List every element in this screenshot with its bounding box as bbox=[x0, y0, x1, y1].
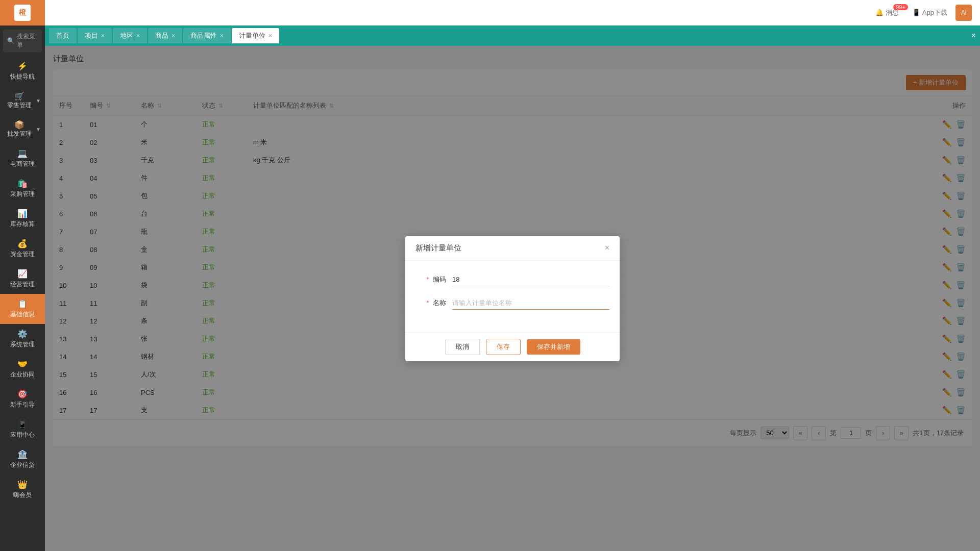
chevron-down-icon: ▼ bbox=[36, 127, 41, 132]
tab-product-label: 商品 bbox=[155, 31, 168, 40]
tab-product[interactable]: 商品 × bbox=[148, 28, 182, 43]
required-star-name: * bbox=[426, 299, 429, 307]
tab-product-attr[interactable]: 商品属性 × bbox=[183, 28, 231, 43]
membership-icon: 👑 bbox=[17, 480, 28, 489]
save-button[interactable]: 保存 bbox=[486, 339, 521, 355]
form-row-code: * 编码 bbox=[415, 273, 609, 286]
cancel-button[interactable]: 取消 bbox=[445, 339, 480, 355]
tab-project[interactable]: 项目 × bbox=[78, 28, 112, 43]
form-label-code: * 编码 bbox=[415, 275, 446, 284]
app-logo: 橙 bbox=[0, 0, 45, 26]
required-star-code: * bbox=[426, 276, 429, 283]
tab-home[interactable]: 首页 bbox=[49, 28, 77, 43]
add-unit-modal: 新增计量单位 × * 编码 * 名称 bbox=[405, 236, 620, 361]
sidebar-item-label: 嗨会员 bbox=[13, 491, 32, 499]
sidebar-item-purchase[interactable]: 🛍️ 采购管理 bbox=[0, 173, 45, 204]
basic-info-icon: 📋 bbox=[17, 299, 28, 309]
search-menu-button[interactable]: 🔍 搜索菜单 bbox=[3, 30, 42, 52]
modal-header: 新增计量单位 × bbox=[405, 236, 620, 261]
tab-region-close[interactable]: × bbox=[136, 32, 140, 39]
system-icon: ⚙️ bbox=[17, 329, 28, 339]
sidebar-item-retail[interactable]: 🛒 零售管理 ▼ bbox=[0, 86, 45, 115]
top-header: 🔔 消息 99+ 📱 App下载 Ai bbox=[45, 0, 980, 26]
sidebar-item-label: 采购管理 bbox=[10, 190, 35, 198]
sidebar-item-label: 基础信息 bbox=[10, 310, 35, 319]
tab-project-label: 项目 bbox=[85, 31, 98, 40]
sidebar-item-basic-info[interactable]: 📋 基础信息 bbox=[0, 294, 45, 324]
sidebar-item-membership[interactable]: 👑 嗨会员 bbox=[0, 474, 45, 505]
sidebar-nav: ⚡ 快捷导航 🛒 零售管理 ▼ 📦 批发管理 ▼ 💻 电商管理 🛍️ 采购管理 bbox=[0, 56, 45, 551]
tab-home-label: 首页 bbox=[56, 31, 69, 40]
message-badge[interactable]: 🔔 消息 99+ bbox=[875, 8, 904, 17]
modal-footer: 取消 保存 保存并新增 bbox=[405, 332, 620, 361]
sidebar-item-label: 企业协同 bbox=[10, 370, 35, 379]
sidebar-item-label: 新手引导 bbox=[10, 400, 35, 409]
sidebar-item-partner[interactable]: 🤝 企业协同 bbox=[0, 354, 45, 384]
sidebar-item-label: 企业信贷 bbox=[10, 461, 35, 469]
modal-title: 新增计量单位 bbox=[415, 243, 461, 253]
sidebar-search-area: 🔍 搜索菜单 bbox=[0, 26, 45, 56]
sidebar-item-wholesale[interactable]: 📦 批发管理 ▼ bbox=[0, 115, 45, 143]
newbie-icon: 🎯 bbox=[17, 389, 28, 399]
user-avatar[interactable]: Ai bbox=[955, 5, 972, 21]
finance-icon: 💰 bbox=[17, 239, 28, 248]
sidebar-item-label: 应用中心 bbox=[10, 431, 35, 439]
message-count: 99+ bbox=[893, 4, 908, 10]
form-label-name: * 名称 bbox=[415, 298, 446, 308]
main-area: 🔔 消息 99+ 📱 App下载 Ai 首页 项目 × 地区 × 商品 bbox=[45, 0, 980, 551]
purchase-icon: 🛍️ bbox=[17, 179, 28, 188]
modal-overlay: 新增计量单位 × * 编码 * 名称 bbox=[45, 46, 980, 551]
avatar-initials: Ai bbox=[961, 9, 967, 16]
quick-nav-icon: ⚡ bbox=[17, 61, 28, 71]
tab-region[interactable]: 地区 × bbox=[113, 28, 147, 43]
sidebar-item-enterprise-credit[interactable]: 🏦 企业信贷 bbox=[0, 444, 45, 474]
sidebar-item-finance[interactable]: 💰 资金管理 bbox=[0, 234, 45, 264]
logo-icon: 橙 bbox=[14, 5, 31, 21]
sidebar-item-label: 经营管理 bbox=[10, 280, 35, 289]
sidebar-item-ecommerce[interactable]: 💻 电商管理 bbox=[0, 143, 45, 173]
tab-product-attr-label: 商品属性 bbox=[190, 31, 217, 40]
tab-unit-label: 计量单位 bbox=[239, 31, 265, 40]
sidebar: 橙 🔍 搜索菜单 ⚡ 快捷导航 🛒 零售管理 ▼ 📦 批发管理 ▼ bbox=[0, 0, 45, 551]
tab-project-close[interactable]: × bbox=[101, 32, 105, 39]
sidebar-item-label: 快捷导航 bbox=[10, 72, 35, 81]
sidebar-item-system[interactable]: ⚙️ 系统管理 bbox=[0, 324, 45, 354]
sidebar-item-operation[interactable]: 📈 经营管理 bbox=[0, 264, 45, 294]
operation-icon: 📈 bbox=[17, 269, 28, 279]
modal-body: * 编码 * 名称 bbox=[405, 261, 620, 332]
code-input[interactable] bbox=[452, 273, 609, 286]
partner-icon: 🤝 bbox=[17, 359, 28, 369]
form-row-name: * 名称 bbox=[415, 296, 609, 310]
sidebar-item-label: 系统管理 bbox=[10, 340, 35, 349]
search-icon: 🔍 bbox=[7, 37, 15, 44]
sidebar-item-label: 零售管理 bbox=[7, 101, 32, 110]
sidebar-item-label: 批发管理 bbox=[7, 130, 32, 138]
modal-close-btn[interactable]: × bbox=[605, 243, 609, 253]
name-input[interactable] bbox=[452, 296, 609, 310]
tab-product-close[interactable]: × bbox=[172, 32, 175, 39]
chevron-down-icon: ▼ bbox=[36, 98, 41, 104]
app-center-icon: 📱 bbox=[17, 419, 28, 429]
app-download-btn[interactable]: 📱 App下载 bbox=[912, 8, 947, 17]
retail-icon: 🛒 bbox=[14, 91, 24, 101]
ecommerce-icon: 💻 bbox=[17, 148, 28, 158]
phone-icon: 📱 bbox=[912, 9, 920, 16]
tab-region-label: 地区 bbox=[120, 31, 133, 40]
save-new-button[interactable]: 保存并新增 bbox=[527, 339, 580, 355]
sidebar-item-app-center[interactable]: 📱 应用中心 bbox=[0, 414, 45, 444]
content-area: 计量单位 + 新增计量单位 序号 编号 ⇅ 名称 ⇅ 状态 ⇅ 计量单位匹配的名… bbox=[45, 46, 980, 551]
sidebar-item-quick-nav[interactable]: ⚡ 快捷导航 bbox=[0, 56, 45, 86]
header-right: 🔔 消息 99+ 📱 App下载 Ai bbox=[875, 5, 972, 21]
tab-unit-close[interactable]: × bbox=[268, 32, 272, 39]
sidebar-item-newbie[interactable]: 🎯 新手引导 bbox=[0, 384, 45, 414]
app-download-label: App下载 bbox=[922, 8, 947, 17]
tab-bar: 首页 项目 × 地区 × 商品 × 商品属性 × 计量单位 × × bbox=[45, 26, 980, 46]
inventory-icon: 📊 bbox=[17, 209, 28, 218]
tab-bar-close-btn[interactable]: × bbox=[971, 31, 976, 40]
search-menu-label: 搜索菜单 bbox=[17, 32, 38, 49]
sidebar-item-inventory[interactable]: 📊 库存核算 bbox=[0, 204, 45, 234]
tab-product-attr-close[interactable]: × bbox=[220, 32, 224, 39]
tab-unit[interactable]: 计量单位 × bbox=[232, 28, 279, 43]
sidebar-item-label: 电商管理 bbox=[10, 160, 35, 168]
enterprise-credit-icon: 🏦 bbox=[17, 449, 28, 459]
